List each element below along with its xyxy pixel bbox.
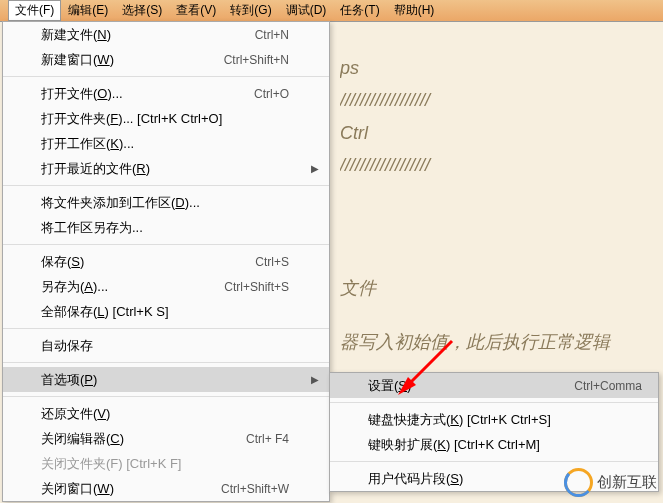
menu-separator [330,402,658,403]
menubar-item-1[interactable]: 编辑(E) [61,0,115,21]
file-menu-item-15[interactable]: 自动保存 [3,333,329,358]
menu-separator [3,328,329,329]
watermark-logo-icon [564,468,593,497]
menubar-item-0[interactable]: 文件(F) [8,0,61,21]
file-menu-item-1[interactable]: 新建窗口(W)Ctrl+Shift+N [3,47,329,72]
file-menu-item-22[interactable]: 关闭窗口(W)Ctrl+Shift+W [3,476,329,501]
menubar-item-5[interactable]: 调试(D) [279,0,334,21]
menu-item-label: 打开最近的文件(R) [41,160,289,178]
menu-item-label: 键盘快捷方式(K) [Ctrl+K Ctrl+S] [368,411,642,429]
file-menu-item-9[interactable]: 将工作区另存为... [3,215,329,240]
settings-item[interactable]: 设置(S)Ctrl+Comma [330,373,658,398]
menu-item-label: 打开文件夹(F)... [Ctrl+K Ctrl+O] [41,110,289,128]
file-menu-dropdown: 新建文件(N)Ctrl+N新建窗口(W)Ctrl+Shift+N打开文件(O).… [2,21,330,502]
menu-item-shortcut: Ctrl+Shift+S [224,280,289,294]
menubar-item-7[interactable]: 帮助(H) [387,0,442,21]
menu-item-label: 首选项(P) [41,371,289,389]
file-menu-item-6[interactable]: 打开最近的文件(R)▶ [3,156,329,181]
keyboard-shortcuts-item[interactable]: 键盘快捷方式(K) [Ctrl+K Ctrl+S] [330,407,658,432]
file-menu-item-8[interactable]: 将文件夹添加到工作区(D)... [3,190,329,215]
menu-separator [3,76,329,77]
file-menu-item-13[interactable]: 全部保存(L) [Ctrl+K S] [3,299,329,324]
menu-separator [3,244,329,245]
chevron-right-icon: ▶ [311,163,319,174]
menu-item-label: 关闭编辑器(C) [41,430,246,448]
file-menu-item-0[interactable]: 新建文件(N)Ctrl+N [3,22,329,47]
menu-item-shortcut: Ctrl+S [255,255,289,269]
menubar-item-3[interactable]: 查看(V) [169,0,223,21]
menubar-item-6[interactable]: 任务(T) [333,0,386,21]
menu-item-label: 另存为(A)... [41,278,224,296]
file-menu-item-11[interactable]: 保存(S)Ctrl+S [3,249,329,274]
menu-item-shortcut: Ctrl+O [254,87,289,101]
menu-separator [3,185,329,186]
file-menu-item-3[interactable]: 打开文件(O)...Ctrl+O [3,81,329,106]
menu-item-label: 关闭窗口(W) [41,480,221,498]
menu-item-label: 设置(S) [368,377,574,395]
menu-item-label: 新建文件(N) [41,26,255,44]
menu-item-label: 全部保存(L) [Ctrl+K S] [41,303,289,321]
watermark-text: 创新互联 [597,473,657,492]
file-menu-item-12[interactable]: 另存为(A)...Ctrl+Shift+S [3,274,329,299]
menu-item-label: 打开工作区(K)... [41,135,289,153]
menu-item-shortcut: Ctrl+N [255,28,289,42]
file-menu-item-21: 关闭文件夹(F) [Ctrl+K F] [3,451,329,476]
file-menu-item-20[interactable]: 关闭编辑器(C)Ctrl+ F4 [3,426,329,451]
file-menu-item-17[interactable]: 首选项(P)▶ [3,367,329,392]
watermark: 创新互联 [564,468,657,497]
menu-item-label: 打开文件(O)... [41,85,254,103]
keymap-extensions-item[interactable]: 键映射扩展(K) [Ctrl+K Ctrl+M] [330,432,658,457]
menu-item-label: 将文件夹添加到工作区(D)... [41,194,289,212]
menu-item-label: 关闭文件夹(F) [Ctrl+K F] [41,455,289,473]
menu-item-label: 键映射扩展(K) [Ctrl+K Ctrl+M] [368,436,642,454]
menu-item-label: 保存(S) [41,253,255,271]
menu-item-shortcut: Ctrl+Shift+N [224,53,289,67]
file-menu-item-19[interactable]: 还原文件(V) [3,401,329,426]
menu-separator [3,362,329,363]
menu-item-label: 自动保存 [41,337,289,355]
menu-item-shortcut: Ctrl+Comma [574,379,642,393]
file-menu-item-4[interactable]: 打开文件夹(F)... [Ctrl+K Ctrl+O] [3,106,329,131]
menu-item-label: 还原文件(V) [41,405,289,423]
chevron-right-icon: ▶ [311,374,319,385]
menubar: 文件(F)编辑(E)选择(S)查看(V)转到(G)调试(D)任务(T)帮助(H) [0,0,663,22]
menu-item-label: 新建窗口(W) [41,51,224,69]
menubar-item-4[interactable]: 转到(G) [223,0,278,21]
menubar-item-2[interactable]: 选择(S) [115,0,169,21]
menu-item-shortcut: Ctrl+ F4 [246,432,289,446]
menu-separator [330,461,658,462]
menu-item-label: 将工作区另存为... [41,219,289,237]
file-menu-item-5[interactable]: 打开工作区(K)... [3,131,329,156]
menu-separator [3,396,329,397]
menu-item-shortcut: Ctrl+Shift+W [221,482,289,496]
